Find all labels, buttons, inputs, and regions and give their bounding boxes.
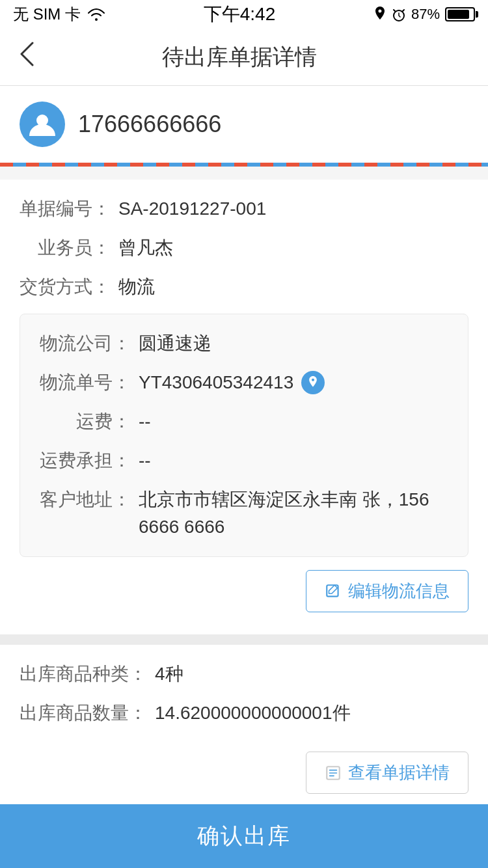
edit-logistics-button[interactable]: 编辑物流信息 [306,570,468,612]
status-bar: 无 SIM 卡 下午4:42 87% [0,0,488,29]
delivery-value: 物流 [118,273,468,301]
avatar [20,102,65,147]
freight-bear-label: 运费承担： [40,447,131,474]
view-detail-label: 查看单据详情 [348,761,450,784]
freight-bear-value: -- [139,447,448,474]
agent-label: 业务员： [20,234,111,262]
order-number-label: 单据编号： [20,195,111,223]
battery-label: 87% [411,6,440,23]
logistics-card: 物流公司： 圆通速递 物流单号： YT4306405342413 运费： -- [20,314,468,557]
confirm-btn-wrap: 确认出库 [0,804,488,868]
agent-value: 曾凡杰 [118,234,468,262]
confirm-outbound-button[interactable]: 确认出库 [0,804,488,868]
alarm-icon [392,7,406,21]
logistics-tracking-row: 物流单号： YT4306405342413 [40,369,448,396]
goods-types-row: 出库商品种类： 4种 [20,660,468,688]
goods-quantity-row: 出库商品数量： 14.620000000000001件 [20,699,468,727]
goods-types-value: 4种 [155,660,468,688]
page-title: 待出库单据详情 [47,42,432,72]
goods-section: 出库商品种类： 4种 出库商品数量： 14.620000000000001件 查… [0,645,488,816]
user-phone: 17666666666 [78,111,221,138]
back-button[interactable] [20,42,47,72]
user-header: 17666666666 [0,86,488,163]
freight-label: 运费： [40,408,131,435]
delivery-label: 交货方式： [20,273,111,301]
status-time: 下午4:42 [204,2,276,27]
delivery-row: 交货方式： 物流 [20,273,468,301]
tracking-location-icon[interactable] [301,371,325,394]
address-value: 北京市市辖区海淀区永丰南 张，156 6666 6666 [139,486,448,541]
nav-bar: 待出库单据详情 [0,29,488,86]
status-left: 无 SIM 卡 [13,4,105,25]
carrier-label: 无 SIM 卡 [13,4,81,25]
tracking-number: YT4306405342413 [139,369,293,396]
view-btn-row: 查看单据详情 [20,739,468,800]
status-right: 87% [373,6,475,23]
order-info-section: 单据编号： SA-20191227-001 业务员： 曾凡杰 交货方式： 物流 … [0,180,488,634]
edit-btn-label: 编辑物流信息 [348,580,450,603]
section-divider [0,634,488,645]
view-detail-button[interactable]: 查看单据详情 [306,752,468,794]
agent-row: 业务员： 曾凡杰 [20,234,468,262]
freight-value: -- [139,408,448,435]
logistics-company-value: 圆通速递 [139,330,448,357]
goods-quantity-value: 14.620000000000001件 [155,699,468,727]
wifi-icon [87,8,105,21]
freight-bear-row: 运费承担： -- [40,447,448,474]
freight-row: 运费： -- [40,408,448,435]
logistics-tracking-value: YT4306405342413 [139,369,448,396]
logistics-tracking-label: 物流单号： [40,369,131,396]
goods-types-label: 出库商品种类： [20,660,147,688]
edit-btn-row: 编辑物流信息 [20,557,468,619]
battery-icon [445,7,475,21]
location-status-icon [373,7,386,22]
dashed-divider [0,163,488,167]
order-number-row: 单据编号： SA-20191227-001 [20,195,468,223]
goods-quantity-label: 出库商品数量： [20,699,147,727]
address-row: 客户地址： 北京市市辖区海淀区永丰南 张，156 6666 6666 [40,486,448,541]
logistics-company-label: 物流公司： [40,330,131,357]
order-number-value: SA-20191227-001 [118,195,468,223]
logistics-company-row: 物流公司： 圆通速递 [40,330,448,357]
address-label: 客户地址： [40,486,131,513]
